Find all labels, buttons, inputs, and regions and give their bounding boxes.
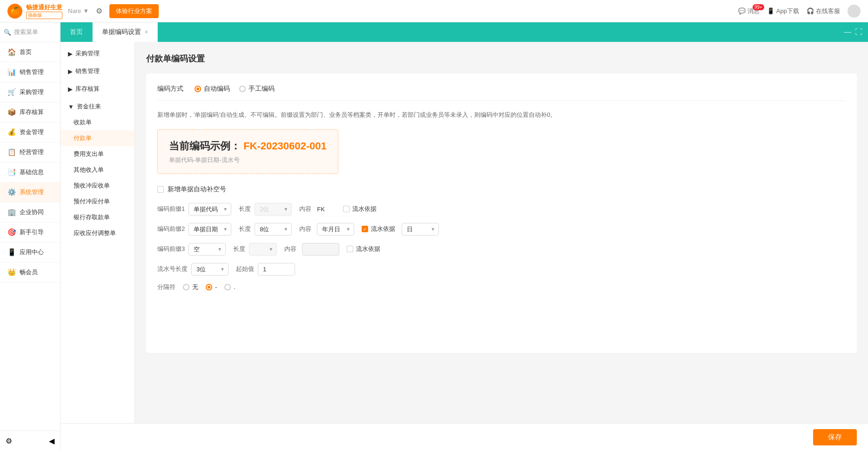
finance-icon: 💰 [7, 128, 16, 136]
prefix3-serial-check: 流水依据 [347, 245, 380, 253]
sidebar-item-app[interactable]: 📱 应用中心 [0, 242, 60, 263]
prefix2-type-select[interactable]: 单据日期 部门 业务员 [188, 223, 231, 236]
prefix2-row: 编码前缀2 单据日期 部门 业务员 ▼ 长度 [157, 223, 846, 236]
sub-menu-sales-arrow: ▶ [68, 68, 73, 75]
prefix2-length-select-wrapper: 8位 6位 7位 ▼ [255, 223, 292, 236]
sidebar-item-finance[interactable]: 💰 资金管理 [0, 122, 60, 142]
separator-none-option[interactable]: 无 [183, 283, 198, 291]
sidebar-item-enterprise[interactable]: 🏢 企业协同 [0, 202, 60, 222]
sidebar-item-system[interactable]: ⚙️ 系统管理 [0, 182, 60, 202]
sidebar-item-sales[interactable]: 📊 销售管理 [0, 62, 60, 82]
sub-menu-sales-header[interactable]: ▶ 销售管理 [61, 63, 135, 79]
prefix2-serial-check: ✓ 流水依据 日 月 年 ▼ [362, 223, 439, 236]
sub-menu-item-adjustment[interactable]: 应收应付调整单 [61, 225, 135, 241]
sidebar-item-inventory[interactable]: 📦 库存核算 [0, 102, 60, 122]
prefix1-length-field: 长度 2位 ▼ [239, 203, 292, 215]
trial-button[interactable]: 体验行业方案 [109, 4, 159, 18]
prefix2-period-select[interactable]: 日 月 年 [402, 223, 439, 236]
encoding-method-row: 编码方式 自动编码 手工编码 [157, 85, 846, 101]
tab-home[interactable]: 首页 [61, 22, 93, 42]
sub-menu-item-payment[interactable]: 付款单 [61, 130, 135, 146]
logo-text: 畅捷通好生意 插曲版 [26, 3, 62, 19]
sidebar-item-basic[interactable]: 📑 基础信息 [0, 162, 60, 182]
main-content: 付款单编码设置 编码方式 自动编码 [135, 42, 868, 423]
sub-menu-item-pre-receive[interactable]: 预收冲应收单 [61, 178, 135, 194]
sidebar-item-purchase[interactable]: 🛒 采购管理 [0, 82, 60, 102]
settings-icon[interactable]: ⚙ [93, 5, 106, 18]
radio-auto-circle [195, 86, 201, 92]
serial-length-select-wrapper: 3位 4位 5位 6位 ▼ [191, 263, 229, 276]
sub-menu-item-other-income[interactable]: 其他收入单 [61, 162, 135, 178]
app-center-icon: 📱 [7, 248, 16, 256]
sub-menu-item-bank[interactable]: 银行存取款单 [61, 209, 135, 225]
content-area: 首页 单据编码设置 × — ⛶ ▶ 采购管理 [61, 22, 868, 451]
sub-menu-purchase: ▶ 采购管理 [61, 46, 135, 61]
sub-menu-finance-header[interactable]: ▼ 资金往来 [61, 99, 135, 114]
prefix1-type-field: 编码前缀1 单据代码 部门 业务员 ▼ [157, 203, 231, 215]
prefix1-type-select[interactable]: 单据代码 部门 业务员 [188, 203, 231, 215]
tab-expand-icon[interactable]: ⛶ [855, 28, 862, 36]
separator-none-circle [183, 284, 189, 290]
tab-actions: — ⛶ [838, 22, 868, 42]
sidebar-item-member[interactable]: 👑 畅会员 [0, 263, 60, 283]
serial-length-select[interactable]: 3位 4位 5位 6位 [191, 263, 229, 276]
sub-menu-inventory-arrow: ▶ [68, 86, 73, 93]
prefix1-length-select[interactable]: 2位 [255, 203, 292, 215]
code-example: 当前编码示例： FK-20230602-001 [169, 139, 327, 153]
prefix1-length-select-wrapper: 2位 ▼ [255, 203, 292, 215]
prefix3-type-select[interactable]: 空 部门 业务员 [188, 243, 226, 256]
prefix3-serial-checkbox[interactable] [347, 246, 353, 252]
sidebar-item-operation[interactable]: 📋 经营管理 [0, 142, 60, 162]
sub-menu-item-pre-pay[interactable]: 预付冲应付单 [61, 194, 135, 209]
prefix3-length-field: 长度 ▼ [233, 243, 277, 256]
prefix3-type-field: 编码前缀3 空 部门 业务员 ▼ [157, 243, 226, 256]
prefix3-type-select-wrapper: 空 部门 业务员 ▼ [188, 243, 226, 256]
tab-minimize-icon[interactable]: — [844, 28, 851, 36]
radio-auto[interactable]: 自动编码 [195, 85, 230, 93]
sub-menu-item-expense[interactable]: 费用支出单 [61, 146, 135, 162]
sub-menu-inventory-header[interactable]: ▶ 库存核算 [61, 81, 135, 97]
separator-dot-circle [224, 284, 231, 290]
online-service-button[interactable]: 🎧 在线客服 [807, 7, 840, 15]
prefix1-row: 编码前缀1 单据代码 部门 业务员 ▼ 长度 [157, 203, 846, 215]
separator-dash-option[interactable]: - [206, 283, 217, 290]
prefix3-length-select[interactable] [249, 243, 277, 256]
settings-bottom-icon[interactable]: ⚙ [6, 437, 12, 445]
tab-close-icon[interactable]: × [145, 29, 148, 35]
message-button[interactable]: 💬 消息 99+ [738, 7, 760, 15]
avatar[interactable] [848, 5, 861, 18]
radio-group: 自动编码 手工编码 [195, 85, 275, 93]
top-bar-right: 💬 消息 99+ 📱 App下载 🎧 在线客服 [738, 5, 861, 18]
sub-menu-item-receipt[interactable]: 收款单 [61, 114, 135, 130]
prefix1-serial-check: 流水依据 [343, 205, 377, 213]
separator-dash-circle [206, 284, 212, 290]
sidebar-item-guide[interactable]: 🎯 新手引导 [0, 222, 60, 242]
start-value-input[interactable] [258, 263, 295, 276]
sidebar-bottom: ⚙ ◀ [0, 431, 60, 451]
prefix3-row: 编码前缀3 空 部门 业务员 ▼ 长度 [157, 243, 846, 256]
prefix2-length-select[interactable]: 8位 6位 7位 [255, 223, 292, 236]
prefix3-content-input[interactable] [302, 243, 339, 256]
breadcrumb: Nare ▼ [68, 7, 89, 14]
prefix1-serial-checkbox[interactable] [343, 206, 350, 212]
separator-dash-dot [208, 286, 210, 289]
app-download-button[interactable]: 📱 App下载 [767, 7, 799, 15]
prefix2-content-select[interactable]: 年月日 年月 年 [317, 223, 354, 236]
separator-dot-option[interactable]: . [224, 283, 236, 290]
sub-menu-purchase-arrow: ▶ [68, 50, 73, 57]
sub-menu-sales: ▶ 销售管理 [61, 63, 135, 79]
radio-manual[interactable]: 手工编码 [239, 85, 275, 93]
sidebar-item-home[interactable]: 🏠 首页 [0, 42, 60, 62]
prefix2-serial-checkbox[interactable]: ✓ [362, 226, 368, 232]
tab-settings[interactable]: 单据编码设置 × [93, 22, 158, 42]
collapse-icon[interactable]: ◀ [49, 437, 54, 445]
prefix3-content-field: 内容 [284, 243, 339, 256]
serial-row: 流水号长度 3位 4位 5位 6位 ▼ [157, 263, 846, 276]
save-button[interactable]: 保存 [813, 429, 857, 445]
sub-menu-purchase-header[interactable]: ▶ 采购管理 [61, 46, 135, 61]
message-icon: 💬 [738, 7, 746, 14]
auto-fill-checkbox[interactable] [157, 186, 164, 193]
start-value-field: 起始值 [236, 263, 295, 276]
sidebar-search[interactable]: 🔍 搜索菜单 [0, 22, 60, 42]
enterprise-icon: 🏢 [7, 208, 16, 216]
